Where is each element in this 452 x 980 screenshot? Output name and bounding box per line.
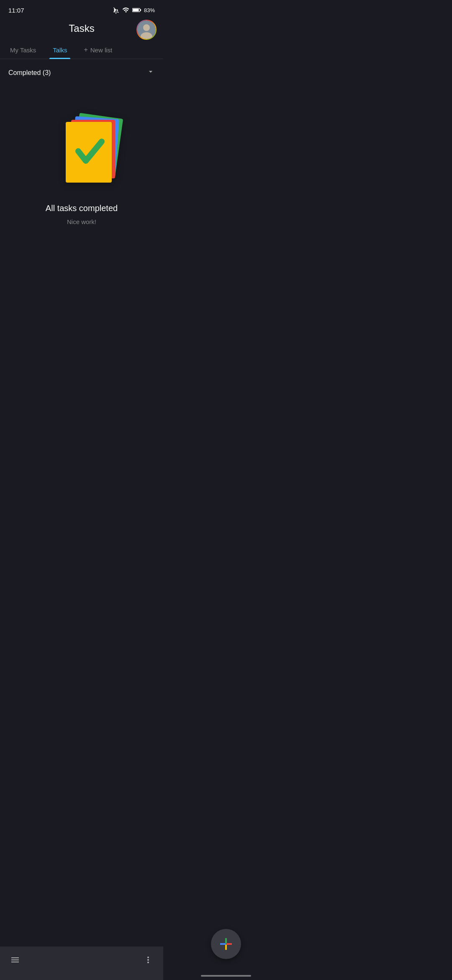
- status-time: 11:07: [8, 7, 24, 14]
- completed-section: Completed (3): [0, 59, 163, 86]
- svg-rect-9: [66, 122, 112, 183]
- tab-my-tasks[interactable]: My Tasks: [7, 41, 39, 59]
- tab-new-list[interactable]: + New list: [80, 41, 116, 59]
- tabs-bar: My Tasks Talks + New list: [0, 41, 163, 59]
- battery-icon: [132, 7, 141, 13]
- mute-icon: [112, 6, 120, 14]
- tab-talks[interactable]: Talks: [49, 41, 70, 59]
- tasks-illustration: [48, 111, 115, 187]
- empty-state-heading: All tasks completed: [46, 204, 118, 213]
- avatar-image: [137, 21, 156, 39]
- completed-header[interactable]: Completed (3): [7, 59, 157, 86]
- chevron-down-icon: [146, 67, 155, 78]
- battery-level: 83%: [144, 7, 155, 13]
- avatar-container[interactable]: [136, 20, 157, 40]
- completed-label: Completed (3): [8, 69, 51, 77]
- empty-state-subtext: Nice work!: [67, 218, 96, 225]
- svg-rect-2: [133, 9, 139, 11]
- empty-state: All tasks completed Nice work!: [0, 86, 163, 242]
- wifi-icon: [122, 6, 130, 14]
- plus-icon: +: [84, 46, 87, 54]
- status-icons: 83%: [112, 6, 155, 14]
- svg-rect-1: [140, 9, 141, 10]
- avatar[interactable]: [136, 20, 157, 40]
- avatar-svg: [137, 21, 156, 39]
- svg-point-4: [143, 24, 150, 31]
- app-header: Tasks: [0, 18, 163, 41]
- completed-illustration: [48, 111, 132, 204]
- status-bar: 11:07 83%: [0, 0, 163, 18]
- page-title: Tasks: [69, 23, 94, 34]
